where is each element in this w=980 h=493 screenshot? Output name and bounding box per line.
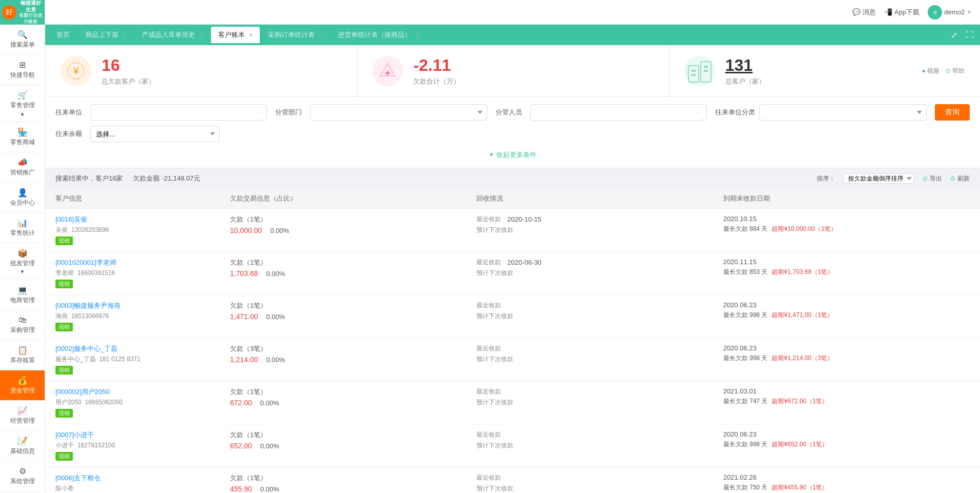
tab-inbound-summary[interactable]: 进货单统计表（按商品） ×: [331, 27, 426, 43]
customer-name-link[interactable]: [0016]吴俊: [55, 215, 230, 224]
debt-percent: 0.00%: [266, 270, 285, 278]
source-unit-input[interactable]: ···: [90, 104, 267, 121]
tab-product-listing[interactable]: 商品上下架 ×: [78, 27, 133, 43]
sidebar-item-retail-mall[interactable]: 🏪 零售商城: [0, 122, 45, 152]
page-actions: ● 视频 ⊙ 帮助: [922, 67, 965, 75]
debt-info-cell: 欠款（1笔） 1,471.00 0.00%: [230, 301, 476, 321]
collection-cell: 最近收款 预计下次收款: [476, 387, 723, 407]
table-header: 客户信息 欠款交易信息（占比） 回收情况 到期未收款日期: [45, 189, 980, 209]
finance-icon: 💰: [17, 376, 28, 385]
debt-info-cell: 欠款（1笔） 652.00 0.00%: [230, 430, 476, 450]
main-area: 💬 消息 📲 App下载 d demo2 ▼ 首页 商品上下架 × 产成品入库单…: [45, 0, 980, 493]
sidebar-item-search[interactable]: 🔍 搜索菜单: [0, 25, 45, 55]
customer-tag: 现销: [55, 366, 73, 374]
close-icon[interactable]: ×: [249, 31, 253, 38]
sidebar-item-member[interactable]: 👤 会员中心: [0, 183, 45, 213]
customer-detail: 吴俊 13026203696: [55, 226, 230, 234]
sidebar: 好 畅捷通好生意 母婴行业演示账套 🔍 搜索菜单 ⊞ 快捷导航 🛒 零售管理 ▲…: [0, 0, 45, 493]
close-icon[interactable]: ×: [123, 31, 126, 38]
customer-name-link[interactable]: [0003]畅捷服务尹海燕: [55, 301, 230, 310]
results-actions: 排序： 按欠款金额倒序排序 ⊙ 导出 ⊙ 刷新: [817, 173, 970, 184]
filter-label-dept: 分管部门: [275, 108, 306, 117]
category-select[interactable]: [759, 104, 927, 121]
tab-home[interactable]: 首页: [49, 27, 77, 43]
customer-name-link[interactable]: [0002]服务中心_丁磊: [55, 344, 230, 353]
stat-label-debt: 欠款合计（万）: [413, 77, 460, 86]
sidebar-item-ecommerce[interactable]: 💻 电商管理: [0, 280, 45, 310]
tab-inbound-history[interactable]: 产成品入库单历史 ×: [134, 27, 210, 43]
sidebar-item-label: 系统管理: [10, 477, 35, 486]
overdue-amount[interactable]: 超期¥10,000.00（1笔）: [772, 225, 837, 233]
top-bar: 💬 消息 📲 App下载 d demo2 ▼: [45, 0, 980, 25]
filter-balance: 往来余额 选择...: [55, 126, 220, 142]
col-header-customer: 客户信息: [55, 194, 230, 203]
filter-unit-category: 往来单位分类: [715, 104, 927, 121]
sidebar-item-retail-stats[interactable]: 📊 零售统计: [0, 213, 45, 243]
customer-detail: 陈小希: [55, 484, 230, 493]
customer-detail: 服务中心_丁磊 181 0125 8371: [55, 355, 230, 364]
close-icon[interactable]: ×: [415, 31, 419, 38]
debt-percent: 0.00%: [270, 227, 289, 234]
svg-text:◈: ◈: [385, 68, 391, 76]
tab-bar-controls: ⤢ ⛶: [949, 30, 976, 40]
stat-card-customers: ¥ 16 总欠款客户（家）: [45, 45, 357, 96]
debt-amount-row: 1,703.68 0.00%: [230, 269, 476, 278]
customer-name-link[interactable]: [0006]去下粮仓: [55, 474, 230, 483]
refresh-btn[interactable]: ⊙ 刷新: [950, 174, 970, 183]
sidebar-item-label: 零售管理: [10, 101, 35, 110]
customer-name-link[interactable]: [0001020001]李老师: [55, 258, 230, 267]
balance-select[interactable]: 选择...: [90, 126, 220, 142]
next-collect-label: 预计下次收款: [476, 226, 513, 233]
person-input[interactable]: ···: [530, 104, 707, 121]
query-button[interactable]: 查询: [935, 104, 970, 121]
dept-select[interactable]: [310, 104, 487, 121]
sidebar-item-wholesale[interactable]: 📦 批发管理 ▼: [0, 243, 45, 280]
sidebar-item-inventory[interactable]: 📋 库存核算: [0, 340, 45, 370]
view-action[interactable]: ● 视频: [922, 67, 939, 75]
sidebar-item-system[interactable]: ⚙ 系统管理: [0, 461, 45, 491]
close-icon[interactable]: ×: [199, 31, 203, 38]
tab-fullscreen-icon[interactable]: ⛶: [964, 30, 976, 40]
app-download-btn[interactable]: 📲 App下载: [884, 8, 919, 17]
dots-icon: ···: [256, 109, 261, 116]
customer-info-cell: [0001020001]李老师 李老师 18600391516 现销: [55, 258, 230, 288]
refresh-label: 刷新: [957, 174, 970, 183]
sidebar-item-quicknav[interactable]: ⊞ 快捷导航: [0, 55, 45, 85]
svg-rect-6: [691, 74, 696, 76]
col-header-collection: 回收情况: [476, 194, 723, 203]
filter-row-2: 往来余额 选择...: [55, 126, 970, 142]
export-btn[interactable]: ⊙ 导出: [923, 174, 942, 183]
customer-name-link[interactable]: [000002]用户2050: [55, 387, 230, 397]
collection-cell: 最近收款 2020-06-30 预计下次收款: [476, 258, 723, 278]
close-icon[interactable]: ×: [319, 31, 322, 38]
col-header-due-date: 到期未收款日期: [723, 194, 970, 203]
collapse-btn[interactable]: ✦ 收起更多条件: [55, 147, 970, 161]
ecommerce-icon: 💻: [17, 285, 28, 295]
customer-name-link[interactable]: [0007]小进干: [55, 430, 230, 440]
customer-info-cell: [0006]去下粮仓 陈小希 现销: [55, 474, 230, 493]
stat-number-debt: -2.11: [413, 56, 460, 75]
sidebar-item-finance[interactable]: 💰 资金管理: [0, 370, 45, 401]
sidebar-item-retail-mgmt[interactable]: 🛒 零售管理 ▲: [0, 85, 45, 122]
sort-select[interactable]: 按欠款金额倒序排序: [843, 173, 914, 184]
sidebar-item-basic-info[interactable]: 📝 基础信息: [0, 431, 45, 461]
sidebar-item-label: 资金管理: [10, 386, 35, 395]
sidebar-item-label: 库存核算: [10, 356, 35, 365]
tab-purchase-summary[interactable]: 采购订单统计表 ×: [261, 27, 330, 43]
sidebar-item-marketing[interactable]: 📣 营销推广: [0, 152, 45, 183]
sidebar-item-operations[interactable]: 📈 经营管理: [0, 401, 45, 431]
tab-expand-icon[interactable]: ⤢: [949, 30, 959, 40]
help-action[interactable]: ⊙ 帮助: [946, 67, 965, 75]
filter-label-source: 往来单位: [55, 108, 86, 117]
sidebar-item-purchase[interactable]: 🛍 采购管理: [0, 310, 45, 340]
stat-icon-total: [684, 55, 715, 86]
retail-icon: 🛒: [17, 90, 28, 100]
tab-customer-ledger[interactable]: 客户账本 ×: [211, 27, 260, 43]
user-menu[interactable]: d demo2 ▼: [928, 5, 972, 19]
data-table: 客户信息 欠款交易信息（占比） 回收情况 到期未收款日期 [0016]吴俊 吴俊…: [45, 189, 980, 493]
message-btn[interactable]: 💬 消息: [852, 8, 876, 17]
filter-label-balance: 往来余额: [55, 129, 86, 139]
collection-cell: 最近收款 预计下次收款: [476, 301, 723, 321]
last-collect-date: 2020-10-15: [507, 215, 542, 223]
search-icon: 🔍: [17, 30, 28, 40]
